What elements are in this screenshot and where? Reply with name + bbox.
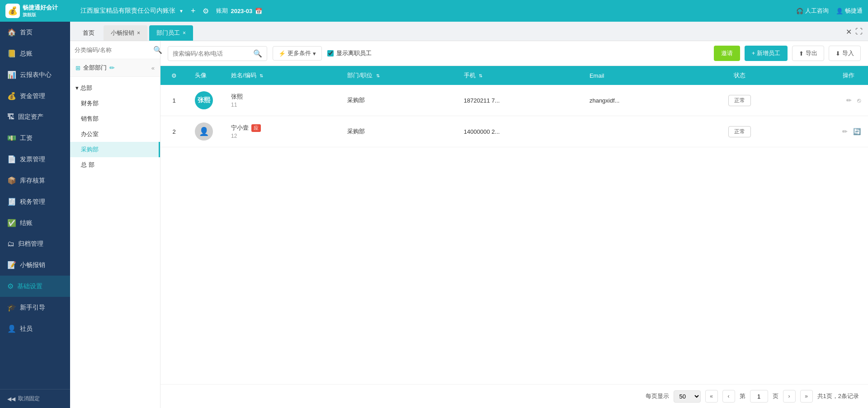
close-dept-tab[interactable]: × (183, 30, 186, 36)
member-icon: 👤 (7, 324, 16, 333)
refresh-btn-2[interactable]: 🔄 (853, 128, 861, 135)
invite-btn[interactable]: 邀请 (714, 46, 740, 61)
sidebar-item-guide[interactable]: 🎓 新手引导 (0, 297, 70, 318)
row2-no: 2 (160, 116, 188, 147)
employee-table-container: ⚙ 头像 姓名/编码 ⇅ 部门/职位 ⇅ (160, 66, 868, 384)
close-window-btn[interactable]: ✕ (846, 28, 852, 36)
add-employee-btn[interactable]: + 新增员工 (745, 46, 788, 61)
col-avatar: 头像 (188, 66, 224, 85)
dept-sort-icon: ⇅ (376, 73, 380, 78)
last-page-btn[interactable]: » (800, 390, 813, 403)
sidebar-item-ledger[interactable]: 📒 总账 (0, 43, 70, 64)
edit-dept-icon[interactable]: ✏ (109, 64, 115, 71)
sidebar-item-home[interactable]: 🏠 首页 (0, 22, 70, 43)
row1-status: 正常 (693, 85, 786, 116)
guide-icon: 🎓 (7, 303, 16, 312)
page-suffix: 页 (773, 392, 778, 400)
dept-search-box[interactable]: 🔍 (70, 41, 160, 59)
col-name[interactable]: 姓名/编码 ⇅ (224, 66, 340, 85)
dept-node-head[interactable]: ▾ 总部 (70, 80, 160, 96)
per-page-select[interactable]: 50 10 20 100 (674, 390, 701, 403)
sidebar-item-inventory[interactable]: 📦 库存核算 (0, 170, 70, 191)
collapse-btn[interactable]: « (151, 65, 155, 71)
tabs-bar: 首页 小畅报销 × 部门员工 × ✕ ⛶ (70, 22, 868, 41)
table-row: 1 张熙 张熙 11 (160, 85, 868, 116)
sidebar-item-basic[interactable]: ⚙ 基础设置 (0, 276, 70, 297)
row2-status: 正常 (693, 116, 786, 147)
sidebar: 🏠 首页 📒 总账 📊 云报表中心 💰 资金管理 🏗 固定资产 💵 工资 📄 发… (0, 22, 70, 408)
edit-btn-1[interactable]: ✏ (846, 97, 852, 104)
top-bar-right: 🎧 人工咨询 👤 畅捷通 (796, 7, 863, 15)
sidebar-item-tax[interactable]: 🧾 税务管理 (0, 191, 70, 212)
company-dropdown-icon: ▼ (179, 9, 184, 14)
col-actions: 操作 (786, 66, 868, 85)
dept-search-input[interactable] (75, 47, 151, 53)
employee-search-input[interactable] (173, 50, 250, 57)
dept-node-purchase[interactable]: 采购部 (70, 142, 160, 157)
import-icon: ⬇ (835, 50, 840, 57)
unpin-btn[interactable]: ◀◀ 取消固定 (0, 389, 70, 408)
logo-sub: 旗舰版 (23, 12, 58, 18)
edit-btn-2[interactable]: ✏ (842, 128, 848, 135)
sidebar-item-expense[interactable]: 📝 小畅报销 (0, 254, 70, 276)
top-bar: 💰 畅捷通好会计 旗舰版 江西服宝精品有限责任公司内账张 ▼ + ⚙ 账期 20… (0, 0, 868, 22)
pagination: 每页显示 50 10 20 100 « ‹ 第 页 › » 共1页，2条记录 (160, 384, 868, 408)
company-name[interactable]: 江西服宝精品有限责任公司内账张 ▼ (80, 7, 184, 15)
settlement-icon: ✅ (7, 219, 16, 227)
row2-phone: 14000000 2... (457, 116, 582, 147)
col-dept[interactable]: 部门/职位 ⇅ (340, 66, 456, 85)
calendar-icon: 📅 (255, 8, 262, 14)
dept-node-finance[interactable]: 财务部 (70, 96, 160, 111)
top-bar-center: 江西服宝精品有限责任公司内账张 ▼ + ⚙ 账期 2023-03 📅 (80, 6, 796, 16)
close-expense-tab[interactable]: × (137, 30, 140, 36)
import-btn[interactable]: ⬇ 导入 (829, 46, 861, 61)
filter-dropdown-icon: ▾ (313, 50, 316, 57)
filter-btn[interactable]: ⚡ 更多条件 ▾ (273, 46, 322, 61)
avatar-gray-2: 👤 (195, 122, 213, 141)
export-btn[interactable]: ⬆ 导出 (792, 46, 824, 61)
sidebar-item-reports[interactable]: 📊 云报表中心 (0, 64, 70, 85)
sidebar-item-assets[interactable]: 🏗 固定资产 (0, 107, 70, 127)
dept-node-sales[interactable]: 销售部 (70, 111, 160, 127)
col-email: Email (582, 66, 693, 85)
dept-node-general[interactable]: 总 部 (70, 157, 160, 173)
sidebar-item-member[interactable]: 👤 社员 (0, 318, 70, 339)
maximize-btn[interactable]: ⛶ (855, 28, 863, 36)
tab-home[interactable]: 首页 (75, 25, 102, 41)
avatar-circle-1: 张熙 (195, 91, 213, 109)
total-info: 共1页，2条记录 (817, 392, 859, 400)
all-dept-header[interactable]: ⊞ 全部部门 ✏ « (70, 59, 160, 77)
tab-expense[interactable]: 小畅报销 × (104, 25, 147, 41)
tag-ying-2: 应 (251, 124, 261, 132)
col-phone[interactable]: 手机 ⇅ (457, 66, 582, 85)
logout-btn-1[interactable]: ⎋ (857, 97, 861, 104)
ai-consult-btn[interactable]: 🎧 人工咨询 (796, 7, 829, 15)
sidebar-item-archive[interactable]: 🗂 归档管理 (0, 234, 70, 254)
dept-node-office[interactable]: 办公室 (70, 127, 160, 142)
settings-icon[interactable]: ⚙ (203, 7, 209, 15)
user-menu[interactable]: 👤 畅捷通 (836, 7, 863, 15)
employee-search-box[interactable]: 🔍 (168, 46, 267, 61)
user-avatar-icon: 👤 (836, 8, 843, 14)
period-selector[interactable]: 账期 2023-03 📅 (216, 7, 262, 15)
sidebar-item-fund[interactable]: 💰 资金管理 (0, 85, 70, 107)
expand-icon: ▾ (75, 84, 80, 91)
row2-dept: 采购部 (340, 116, 456, 147)
add-company-btn[interactable]: + (191, 6, 196, 16)
show-resigned-checkbox-row[interactable]: 显示离职员工 (327, 49, 372, 57)
fund-icon: 💰 (7, 92, 16, 100)
show-resigned-checkbox[interactable] (327, 50, 334, 56)
sidebar-item-settlement[interactable]: ✅ 结账 (0, 212, 70, 234)
home-icon: 🏠 (7, 28, 16, 37)
row1-phone: 18720211 7... (457, 85, 582, 116)
page-input[interactable] (750, 390, 768, 403)
col-settings[interactable]: ⚙ (160, 66, 188, 85)
search-icon: 🔍 (253, 49, 262, 58)
prev-page-btn[interactable]: ‹ (722, 390, 735, 403)
sidebar-item-invoice[interactable]: 📄 发票管理 (0, 149, 70, 170)
tab-dept[interactable]: 部门员工 × (149, 25, 193, 41)
next-page-btn[interactable]: › (783, 390, 796, 403)
sidebar-item-salary[interactable]: 💵 工资 (0, 127, 70, 149)
first-page-btn[interactable]: « (705, 390, 718, 403)
invoice-icon: 📄 (7, 155, 16, 164)
